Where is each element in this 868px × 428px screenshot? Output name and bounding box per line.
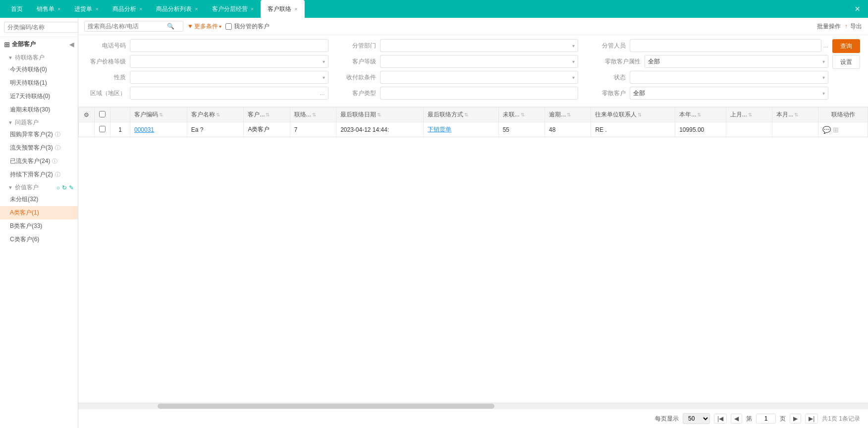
sidebar-item-tomorrow[interactable]: 明天待联络(1) [0, 76, 78, 90]
sidebar-item-7days[interactable]: 近7天待联络(0) [0, 90, 78, 103]
ellipsis-icon[interactable]: ... [823, 42, 828, 49]
th-code[interactable]: 客户编码 ⇅ [130, 107, 187, 122]
refresh-group-btn[interactable]: ↻ [62, 184, 67, 191]
nav-sales[interactable]: 销售单 × [30, 0, 67, 18]
close-product-list-tab[interactable]: × [195, 6, 198, 12]
sidebar-item-b-class[interactable]: B类客户(33) [0, 219, 78, 233]
sidebar-item-abnormal[interactable]: 囤购异常客户(2) ⓘ [0, 128, 78, 141]
page-input[interactable] [756, 414, 776, 424]
td-code: 000031 [130, 122, 187, 137]
customer-code-link[interactable]: 000031 [134, 126, 154, 133]
sidebar-group-value[interactable]: ▼ 价值客户 ○ ↻ ✎ [0, 181, 78, 193]
nav-product-analysis-list[interactable]: 商品分析列表 × [149, 0, 205, 18]
export-btn[interactable]: ↑ 导出 [845, 22, 862, 31]
first-page-btn[interactable]: |◀ [714, 414, 727, 424]
th-last-method[interactable]: 最后联络方式 ⇅ [424, 107, 498, 122]
close-product-analysis-tab[interactable]: × [139, 6, 142, 12]
close-customer-tier-tab[interactable]: × [251, 6, 254, 12]
sidebar-item-lost[interactable]: 已流失客户(24) ⓘ [0, 155, 78, 168]
horizontal-scrollbar[interactable] [158, 404, 494, 409]
filter-customer-level: 客户等级 ▾ [336, 55, 579, 68]
more-conditions-btn[interactable]: ▼ 更多条件 ▾ [187, 22, 221, 31]
filter-row-4: 区域（地区） ... 客户类型 [86, 87, 828, 100]
th-overdue[interactable]: 逾期... ⇅ [545, 107, 591, 122]
prev-page-btn[interactable]: ◀ [731, 414, 742, 424]
customer-level-select[interactable]: ▾ [380, 55, 579, 68]
sidebar-all-customers[interactable]: ⊞ 全部客户 ◀ [0, 37, 78, 52]
th-gear[interactable]: ⚙ [79, 107, 95, 122]
th-action: 联络动作 [818, 107, 868, 122]
search-icon[interactable]: 🔍 [167, 23, 174, 30]
question-icon: ⓘ [52, 158, 57, 165]
nav-customer-contact[interactable]: 客户联络 × [261, 0, 304, 18]
th-num [110, 107, 130, 122]
payment-select[interactable]: ▾ [380, 71, 579, 84]
chat-action-icon[interactable]: 💬 [822, 126, 831, 134]
close-sales-tab[interactable]: × [57, 6, 60, 12]
batch-op-btn[interactable]: 批量操作 [817, 22, 841, 31]
sidebar-group-problem[interactable]: ▼ 问题客户 [0, 116, 78, 128]
close-purchase-tab[interactable]: × [95, 6, 98, 12]
th-last-date[interactable]: 最后联络日期 ⇅ [336, 107, 424, 122]
select-all-checkbox[interactable] [99, 111, 106, 117]
th-contact[interactable]: 联络... ⇅ [290, 107, 336, 122]
manager-input[interactable] [630, 39, 821, 52]
sidebar-search-input[interactable] [4, 22, 78, 33]
th-last-month[interactable]: 上月... ⇅ [726, 107, 772, 122]
edit-group-btn[interactable]: ✎ [69, 184, 74, 191]
th-name[interactable]: 客户名称 ⇅ [187, 107, 244, 122]
chevron-down-icon: ▾ [822, 75, 825, 80]
td-last-method: 下销货单 [424, 122, 498, 137]
sidebar-item-overdue[interactable]: 逾期未联络(30) [0, 103, 78, 116]
nav-purchase[interactable]: 进货单 × [67, 0, 105, 18]
th-this-month[interactable]: 本月... ⇅ [772, 107, 818, 122]
chevron-down-icon: ▾ [219, 24, 221, 29]
ellipsis-icon[interactable]: ... [320, 90, 325, 97]
grid-action-icon[interactable]: ⊞ [833, 126, 839, 134]
filter-icon: ▼ [187, 23, 193, 30]
price-level-select[interactable]: ▾ [130, 55, 328, 68]
next-page-btn[interactable]: ▶ [790, 414, 801, 424]
sidebar-item-c-class[interactable]: C类客户(6) [0, 233, 78, 246]
retail-attr-select[interactable]: 全部 ▾ [645, 55, 828, 68]
sidebar-item-lostwarning[interactable]: 流失预警客户(3) ⓘ [0, 141, 78, 155]
nav-customer-tier[interactable]: 客户分层经营 × [205, 0, 261, 18]
th-year-amount[interactable]: 本年... ⇅ [675, 107, 726, 122]
nav-home[interactable]: 首页 [4, 0, 30, 18]
phone-input[interactable] [130, 39, 328, 52]
dept-select[interactable]: ▾ [380, 39, 579, 52]
close-customer-contact-tab[interactable]: × [294, 6, 297, 12]
sidebar-group-pending[interactable]: ▼ 待联络客户 [0, 52, 78, 63]
th-level[interactable]: 客户... ⇅ [244, 107, 290, 122]
setting-btn[interactable]: 设置 [832, 55, 860, 69]
td-last-date: 2023-04-12 14:44: [336, 122, 424, 137]
customer-type-select[interactable] [380, 87, 579, 100]
sidebar-item-declining[interactable]: 持续下滑客户(2) ⓘ [0, 168, 78, 181]
sort-icon: ⇅ [312, 112, 316, 117]
last-page-btn[interactable]: ▶| [805, 414, 818, 424]
chevron-down-icon: ▾ [572, 43, 575, 49]
last-method-link[interactable]: 下销货单 [428, 126, 451, 133]
sort-icon: ⇅ [748, 112, 752, 117]
retail-select[interactable]: 全部 ▾ [630, 87, 828, 100]
search-input[interactable] [88, 23, 167, 30]
sort-icon: ⇅ [266, 112, 270, 117]
status-select[interactable]: ▾ [630, 71, 828, 84]
sidebar-item-ungroup[interactable]: 未分组(32) [0, 193, 78, 206]
region-select[interactable]: ... [130, 87, 328, 100]
my-customers-checkbox: 我分管的客户 [225, 22, 270, 31]
nature-select[interactable]: ▾ [130, 71, 328, 84]
my-customers-check[interactable] [225, 23, 232, 30]
row-checkbox[interactable] [99, 126, 106, 132]
question-icon: ⓘ [55, 171, 60, 178]
query-btn[interactable]: 查询 [832, 39, 860, 53]
th-uncontact[interactable]: 未联... ⇅ [498, 107, 544, 122]
close-all-tabs[interactable]: × [851, 4, 864, 14]
sidebar-item-a-class[interactable]: A类客户(1) [0, 206, 78, 219]
nav-product-analysis[interactable]: 商品分析 × [106, 0, 149, 18]
per-page-select[interactable]: 50 100 200 [683, 413, 710, 424]
sidebar-item-today[interactable]: 今天待联络(0) [0, 63, 78, 76]
chevron-down-icon: ▾ [572, 75, 575, 80]
th-contact2[interactable]: 往来单位联系人 ⇅ [591, 107, 675, 122]
add-group-btn[interactable]: ○ [56, 184, 60, 191]
